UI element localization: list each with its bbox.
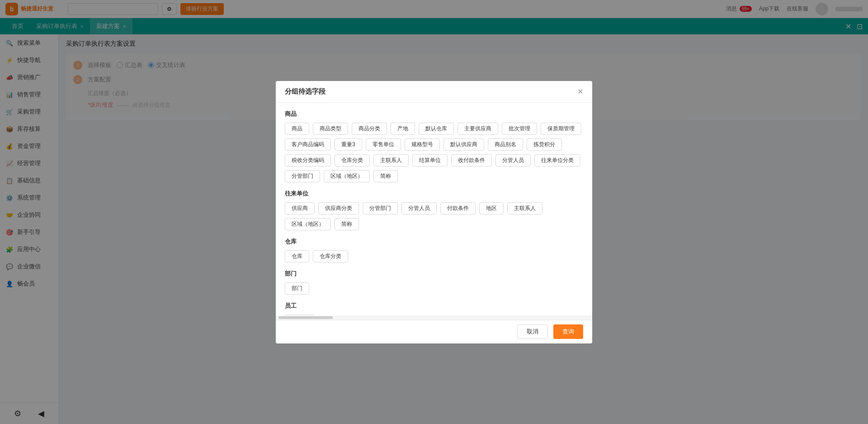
modal-overlay: 分组待选字段 ✕ 商品 商品 商品类型 商品分类 产地 默认仓库 主要供应商 批… <box>0 0 868 424</box>
modal-close-button[interactable]: ✕ <box>577 87 583 96</box>
field-tag[interactable]: 产地 <box>391 123 415 135</box>
modal-cancel-button[interactable]: 取消 <box>517 324 548 339</box>
field-tag[interactable]: 默认仓库 <box>419 123 454 135</box>
field-tag[interactable]: 分管部门 <box>285 170 320 182</box>
modal-body[interactable]: 商品 商品 商品类型 商品分类 产地 默认仓库 主要供应商 批次管理 保质期管理… <box>276 103 592 316</box>
field-tag[interactable]: 简称 <box>335 218 359 230</box>
field-tag[interactable]: 仓库分类 <box>335 154 370 167</box>
field-group-counterpart: 往来单位 供应商 供应商分类 分管部门 分管人员 付款条件 地区 主联系人 区域… <box>285 190 583 230</box>
field-tag[interactable]: 分管人员 <box>401 202 437 214</box>
field-tag[interactable]: 保质期管理 <box>541 123 581 135</box>
field-tag[interactable]: 商品分类 <box>352 123 387 135</box>
field-tag[interactable]: 简称 <box>373 170 398 182</box>
field-tags-dept: 部门 <box>285 282 583 295</box>
field-group-product: 商品 商品 商品类型 商品分类 产地 默认仓库 主要供应商 批次管理 保质期管理… <box>285 110 583 182</box>
modal-confirm-button[interactable]: 查询 <box>553 324 583 339</box>
field-tag[interactable]: 客户商品编码 <box>285 138 331 151</box>
field-group-counterpart-title: 往来单位 <box>285 190 583 198</box>
modal-header: 分组待选字段 ✕ <box>276 81 592 103</box>
field-tag[interactable]: 零售单位 <box>366 138 401 151</box>
field-tags-counterpart: 供应商 供应商分类 分管部门 分管人员 付款条件 地区 主联系人 区域（地区） … <box>285 202 583 230</box>
field-tag[interactable]: 区域（地区） <box>285 218 331 230</box>
field-tag[interactable]: 商品类型 <box>313 123 348 135</box>
field-group-dept-title: 部门 <box>285 270 583 278</box>
field-group-warehouse-title: 仓库 <box>285 238 583 246</box>
field-group-dept: 部门 部门 <box>285 270 583 295</box>
field-tag[interactable]: 规格型号 <box>405 138 440 151</box>
field-tag[interactable]: 税收分类编码 <box>285 154 331 167</box>
field-group-product-title: 商品 <box>285 110 583 118</box>
field-tag[interactable]: 收付款条件 <box>451 154 492 167</box>
field-tag[interactable]: 仓库 <box>285 250 309 262</box>
modal-footer: 取消 查询 <box>276 320 592 343</box>
field-tag[interactable]: 商品 <box>285 123 309 135</box>
field-tag[interactable]: 拣货积分 <box>527 138 562 151</box>
field-group-warehouse: 仓库 仓库 仓库分类 <box>285 238 583 262</box>
field-tag[interactable]: 分管人员 <box>495 154 531 167</box>
field-tag[interactable]: 主联系人 <box>373 154 409 167</box>
field-tag[interactable]: 主要供应商 <box>458 123 498 135</box>
field-tag[interactable]: 结算单位 <box>412 154 448 167</box>
field-tag[interactable]: 往来单位分类 <box>534 154 580 167</box>
field-group-employee: 员工 业务员 <box>285 302 583 316</box>
field-tag[interactable]: 主联系人 <box>507 202 542 214</box>
field-tag[interactable]: 重量3 <box>335 138 362 151</box>
field-tag[interactable]: 仓库分类 <box>313 250 348 262</box>
field-tag[interactable]: 地区 <box>479 202 504 214</box>
modal-title: 分组待选字段 <box>285 87 326 96</box>
modal-hscrollbar[interactable] <box>276 316 592 320</box>
field-tag[interactable]: 默认供应商 <box>443 138 484 151</box>
field-tag[interactable]: 区域（地区） <box>324 170 370 182</box>
field-group-employee-title: 员工 <box>285 302 583 310</box>
field-tag[interactable]: 商品别名 <box>488 138 523 151</box>
field-tag[interactable]: 付款条件 <box>440 202 476 214</box>
field-tag[interactable]: 部门 <box>285 282 309 295</box>
field-tag[interactable]: 批次管理 <box>502 123 537 135</box>
field-tags-warehouse: 仓库 仓库分类 <box>285 250 583 262</box>
field-tag[interactable]: 供应商分类 <box>318 202 359 214</box>
field-tags-product: 商品 商品类型 商品分类 产地 默认仓库 主要供应商 批次管理 保质期管理 客户… <box>285 123 583 182</box>
field-tag[interactable]: 分管部门 <box>363 202 398 214</box>
field-tag[interactable]: 供应商 <box>285 202 315 214</box>
modal-dialog: 分组待选字段 ✕ 商品 商品 商品类型 商品分类 产地 默认仓库 主要供应商 批… <box>276 81 592 343</box>
